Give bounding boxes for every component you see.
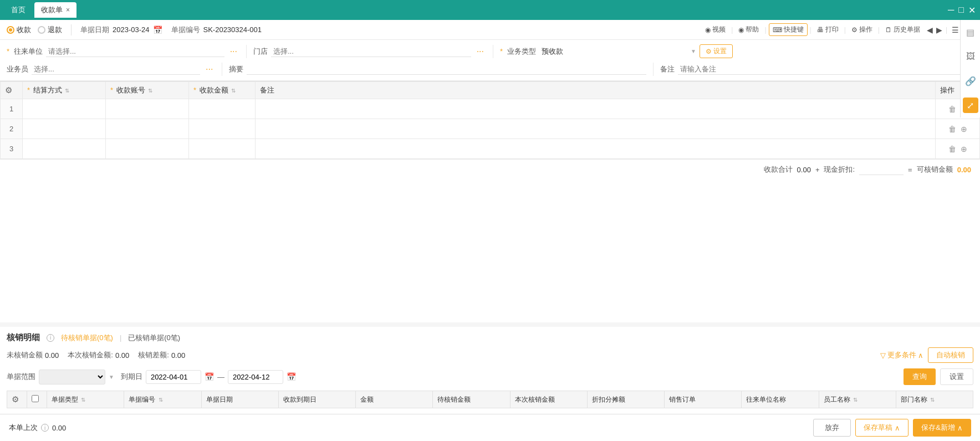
tab-active[interactable]: 收款单 ×	[34, 2, 76, 18]
row-2-amount[interactable]	[189, 119, 256, 139]
table-gear-icon[interactable]: ⚙	[5, 85, 12, 95]
number-label: 单据编号	[171, 25, 200, 35]
save-new-btn[interactable]: 保存&新增 ∧	[913, 419, 971, 437]
radio-refund[interactable]: 退款	[38, 25, 62, 35]
due-to-input[interactable]	[228, 370, 283, 384]
row-3-settle[interactable]	[23, 139, 106, 159]
tab-close-icon[interactable]: ×	[66, 6, 70, 14]
partner-ellipsis-btn[interactable]: ···	[228, 47, 239, 57]
print-icon: 🖶	[817, 26, 824, 34]
date-sep: —	[217, 373, 224, 381]
biz-type-value: 预收款	[539, 45, 687, 58]
row-2-remark[interactable]	[256, 119, 936, 139]
row-1-remark[interactable]	[256, 99, 936, 119]
row-1-amount[interactable]	[189, 99, 256, 119]
maximize-icon[interactable]: □	[958, 5, 964, 16]
btn-shortcut[interactable]: ⌨ 快捷键	[769, 23, 808, 36]
staff-ellipsis-btn[interactable]: ···	[203, 64, 215, 74]
search-row: 单据范围 ▼ 到期日 📅 — 📅 查询 设置	[7, 368, 973, 385]
store-field: 门店 ···	[253, 46, 486, 57]
row-2-copy-icon[interactable]: ⊕	[961, 125, 967, 134]
help-icon: ◉	[738, 26, 744, 34]
row-3-remark[interactable]	[256, 139, 936, 159]
bth-type: 单据类型 ⇅	[47, 391, 124, 408]
setting-btn[interactable]: 设置	[940, 368, 973, 385]
radio-receive[interactable]: 收款	[7, 25, 31, 35]
select-all-checkbox[interactable]	[32, 395, 39, 402]
biz-type-field: * 业务类型 预收款 ▼ ⚙ 设置	[500, 44, 733, 58]
save-new-chevron-icon[interactable]: ∧	[957, 424, 963, 432]
diff-value: 0.00	[171, 351, 185, 360]
bottom-table-wrapper: ⚙ 单据类型 ⇅ 单据编号 ⇅	[7, 391, 973, 408]
store-ellipsis-btn[interactable]: ···	[474, 47, 486, 57]
nav-prev-icon[interactable]: ◀	[926, 24, 934, 35]
bth-checkbox[interactable]	[27, 391, 47, 408]
number-value[interactable]: SK-20230324-001	[203, 25, 262, 34]
range-dropdown-icon[interactable]: ▼	[109, 374, 114, 380]
table-row: 1 🗑 ⊕	[1, 99, 980, 119]
layout-list-icon[interactable]: ☰	[950, 24, 961, 35]
auto-recon-btn[interactable]: 自动核销	[928, 347, 973, 363]
due-from-input[interactable]	[146, 370, 201, 384]
recon-info-icon[interactable]: i	[47, 334, 54, 342]
bottom-gear-icon[interactable]: ⚙	[12, 394, 19, 404]
discount-input[interactable]	[859, 164, 904, 175]
row-3-amount[interactable]	[189, 139, 256, 159]
bth-gear[interactable]: ⚙	[7, 391, 27, 408]
sidebar-image-icon[interactable]: 🖼	[963, 49, 978, 64]
table-section: ⚙ * 结算方式 ⇅ * 收款账号 ⇅ *	[0, 81, 980, 322]
date-value[interactable]: 2023-03-24	[113, 25, 150, 34]
query-btn[interactable]: 查询	[904, 368, 936, 385]
sidebar-link-icon[interactable]: 🔗	[963, 73, 978, 89]
btn-help[interactable]: ◉ 帮助	[735, 24, 762, 35]
date-range-field: 到期日 📅 — 📅	[121, 370, 296, 384]
staff-label: 业务员	[7, 64, 28, 74]
th-account: * 收款账号 ⇅	[106, 82, 189, 99]
partner-input[interactable]	[46, 46, 224, 57]
row-3-copy-icon[interactable]: ⊕	[961, 145, 967, 153]
save-draft-chevron-icon[interactable]: ∧	[895, 424, 900, 432]
row-2-settle[interactable]	[23, 119, 106, 139]
th-settings[interactable]: ⚙	[1, 82, 23, 99]
more-conditions-btn[interactable]: ▽ 更多条件 ∧	[880, 350, 923, 360]
settings-btn[interactable]: ⚙ 设置	[700, 44, 733, 58]
row-1-account[interactable]	[106, 99, 189, 119]
close-window-icon[interactable]: ✕	[968, 5, 976, 16]
sidebar-expand-icon[interactable]: ⤢	[963, 98, 978, 113]
btn-history[interactable]: 🗒 历史单据	[882, 24, 923, 35]
recon-stats: 未核销金额 0.00 本次核销金额: 0.00 核销差额: 0.00 ▽ 更多条…	[7, 347, 973, 363]
row-2-delete-icon[interactable]: 🗑	[948, 125, 956, 134]
btn-video[interactable]: ◉ 视频	[702, 24, 729, 35]
date-calendar-icon[interactable]: 📅	[153, 25, 162, 34]
range-select[interactable]	[39, 370, 105, 384]
row-2-account[interactable]	[106, 119, 189, 139]
bth-amount: 金额	[356, 391, 433, 408]
remark-input[interactable]	[678, 64, 973, 75]
btn-operation[interactable]: ⚙ 操作	[848, 24, 876, 35]
row-1-delete-icon[interactable]: 🗑	[948, 105, 956, 114]
row-2-actions: 🗑 ⊕	[936, 119, 980, 139]
bottom-table-header: ⚙ 单据类型 ⇅ 单据编号 ⇅	[7, 391, 973, 408]
store-input[interactable]	[271, 46, 471, 57]
row-1-settle[interactable]	[23, 99, 106, 119]
btn-print[interactable]: 🖶 打印	[814, 24, 842, 35]
row-3-account[interactable]	[106, 139, 189, 159]
remark-label: 备注	[660, 64, 675, 74]
abandon-btn[interactable]: 放弃	[813, 419, 851, 437]
biz-type-dropdown-icon[interactable]: ▼	[691, 48, 696, 54]
due-from-cal-icon[interactable]: 📅	[205, 372, 214, 381]
staff-input[interactable]	[32, 64, 200, 75]
summary-input[interactable]	[247, 64, 646, 75]
footer-info-icon[interactable]: i	[41, 424, 49, 432]
sidebar-table-icon[interactable]: ▤	[963, 24, 978, 40]
tab-pending[interactable]: 待核销单据(0笔)	[61, 333, 113, 343]
bth-date: 单据日期	[201, 391, 278, 408]
nav-next-icon[interactable]: ▶	[935, 24, 943, 35]
save-draft-btn[interactable]: 保存草稿 ∧	[855, 419, 908, 437]
tab-done[interactable]: 已核销单据(0笔)	[128, 333, 180, 343]
number-field: 单据编号 SK-20230324-001	[171, 25, 262, 35]
minimize-icon[interactable]: ─	[948, 5, 954, 16]
row-3-delete-icon[interactable]: 🗑	[948, 145, 956, 153]
due-to-cal-icon[interactable]: 📅	[287, 372, 296, 381]
tab-home[interactable]: 首页	[4, 2, 32, 18]
